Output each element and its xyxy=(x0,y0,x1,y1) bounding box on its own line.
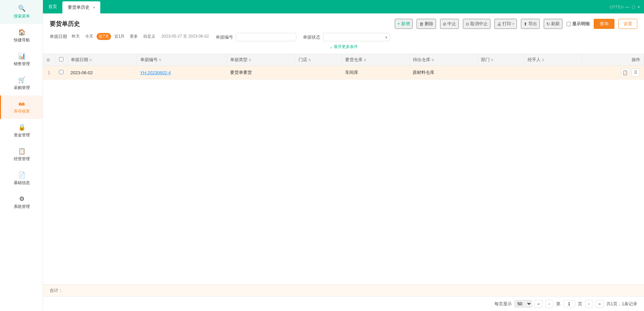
table-header-row: ⚙ 单据日期⇅ 单据编号⇅ 单据类型⇅ 门店⇅ 要货仓库⇅ 待出仓库⇅ 部门⇅ … xyxy=(43,54,644,66)
week7-btn[interactable]: 近7天 xyxy=(97,33,111,40)
th-order-type[interactable]: 单据类型⇅ xyxy=(227,54,295,66)
sidebar-item-label: 销售管理 xyxy=(14,61,30,67)
stop-icon: ⊘ xyxy=(443,21,446,27)
sidebar-item-label: 采购管理 xyxy=(14,85,30,91)
row-date: 2023-06-02 xyxy=(67,66,137,80)
page-header: 要货单历史 + 新增 🗑 删除 ⊘ 中止 ⊙ 取消中止 🖨 xyxy=(43,13,644,29)
top-bar: 首页 要货单历史 × OfTEn — □ × xyxy=(43,0,644,13)
status-select[interactable] xyxy=(323,33,390,41)
sidebar-item-finance[interactable]: 🔒 资金管理 xyxy=(0,119,43,143)
purchase-icon: 🛒 xyxy=(18,76,25,84)
th-order-no[interactable]: 单据编号⇅ xyxy=(137,54,226,66)
row-num: 1 xyxy=(43,66,55,80)
page-input[interactable] xyxy=(563,300,575,307)
yesterday-btn[interactable]: 昨天 xyxy=(70,33,82,40)
row-handler xyxy=(524,66,581,80)
sidebar-item-basic-info[interactable]: 📄 基础信息 xyxy=(0,167,43,190)
sidebar-item-system[interactable]: ⚙ 系统管理 xyxy=(0,190,43,214)
query-btn[interactable]: 查询 xyxy=(594,19,614,29)
month1-btn[interactable]: 近1月 xyxy=(112,33,127,40)
status-label: 单据状态 xyxy=(303,34,320,40)
sales-icon: 📊 xyxy=(18,52,25,60)
maximize-btn[interactable]: □ xyxy=(632,4,635,9)
sidebar-item-purchase[interactable]: 🛒 采购管理 xyxy=(0,72,43,95)
prev-page-btn[interactable]: ‹ xyxy=(545,300,553,308)
table-body: 1 2023-06-02 YH-20230602-4 要货单要货 车间库 原材料… xyxy=(43,66,644,80)
date-shortcuts: 昨天 今天 近7天 近1月 更多 自定义 xyxy=(70,33,157,40)
sidebar-item-operations[interactable]: 📋 经营管理 xyxy=(0,143,43,167)
system-icon: ⚙ xyxy=(19,195,24,203)
row-checkbox[interactable] xyxy=(59,70,63,74)
custom-btn[interactable]: 自定义 xyxy=(141,33,157,40)
per-page-select[interactable]: 50 100 xyxy=(515,300,532,308)
sidebar-item-inventory[interactable]: 🏘 库存核算 xyxy=(0,95,43,119)
row-view-btn[interactable]: 📋 xyxy=(621,69,629,77)
row-order-type: 要货单要货 xyxy=(227,66,295,80)
tab-current[interactable]: 要货单历史 × xyxy=(62,1,100,13)
sidebar-item-label: 基础信息 xyxy=(14,180,30,186)
sidebar-item-sales[interactable]: 📊 销售管理 xyxy=(0,48,43,72)
topbar-right: — □ × xyxy=(625,4,644,9)
last-page-btn[interactable]: » xyxy=(596,300,604,308)
cancel-stop-icon: ⊙ xyxy=(466,21,469,27)
th-handler[interactable]: 经手人⇅ xyxy=(524,54,581,66)
th-pending-warehouse[interactable]: 待出仓库⇅ xyxy=(409,54,478,66)
first-page-btn[interactable]: « xyxy=(535,300,543,308)
th-department[interactable]: 部门⇅ xyxy=(478,54,524,66)
refresh-icon: ↻ xyxy=(546,21,550,27)
th-settings[interactable]: ⚙ xyxy=(43,54,55,66)
minimize-btn[interactable]: — xyxy=(625,4,630,9)
row-pending-warehouse: 原材料仓库 xyxy=(409,66,478,80)
sidebar-item-search-menu[interactable]: 🔍 搜索菜单 xyxy=(0,0,43,24)
brand-label: OfTEn xyxy=(609,4,624,9)
search-menu-icon: 🔍 xyxy=(18,5,25,12)
sidebar-item-label: 经营管理 xyxy=(14,156,30,162)
display-detail-checkbox[interactable] xyxy=(567,22,571,26)
refresh-btn[interactable]: ↻ 刷新 xyxy=(544,19,562,29)
export-btn[interactable]: ⬆ 导出 xyxy=(521,19,540,29)
row-edit-btn[interactable]: ⠿ xyxy=(632,69,640,77)
th-date[interactable]: 单据日期⇅ xyxy=(67,54,137,66)
toolbar: + 新增 🗑 删除 ⊘ 中止 ⊙ 取消中止 🖨 打印 ▾ xyxy=(395,19,637,29)
display-detail-toggle[interactable]: 显示明细 xyxy=(567,21,590,27)
content: 要货单历史 + 新增 🗑 删除 ⊘ 中止 ⊙ 取消中止 🖨 xyxy=(43,13,644,311)
tab-close-btn[interactable]: × xyxy=(93,5,95,9)
expand-more-btn[interactable]: ⌄ 展开更多条件 xyxy=(50,44,637,50)
filter-bar: 单据日期 昨天 今天 近7天 近1月 更多 自定义 2023-05-27 至 2… xyxy=(43,29,644,41)
export-icon: ⬆ xyxy=(524,21,527,27)
row-department xyxy=(478,66,524,80)
settings-btn[interactable]: 设置 xyxy=(619,19,637,29)
date-range-display: 2023-05-27 至 2023-06-02 xyxy=(161,34,209,39)
order-no-label: 单据编号 xyxy=(216,34,233,40)
delete-icon: 🗑 xyxy=(419,21,424,27)
th-req-warehouse[interactable]: 要货仓库⇅ xyxy=(342,54,409,66)
delete-btn[interactable]: 🗑 删除 xyxy=(417,19,436,29)
new-btn[interactable]: + 新增 xyxy=(395,19,413,29)
tab-current-label: 要货单历史 xyxy=(68,4,90,10)
sidebar-item-label: 快捷导航 xyxy=(14,37,30,43)
sidebar-item-label: 系统管理 xyxy=(14,204,30,210)
today-btn[interactable]: 今天 xyxy=(83,33,95,40)
next-page-btn[interactable]: › xyxy=(585,300,593,308)
sidebar-item-label: 库存核算 xyxy=(14,108,30,114)
th-store[interactable]: 门店⇅ xyxy=(295,54,341,66)
tab-home[interactable]: 首页 xyxy=(43,0,62,13)
settings-col-icon[interactable]: ⚙ xyxy=(46,57,50,62)
print-icon: 🖨 xyxy=(497,21,501,27)
basic-info-icon: 📄 xyxy=(18,171,25,179)
date-filter-group: 单据日期 昨天 今天 近7天 近1月 更多 自定义 2023-05-27 至 2… xyxy=(50,33,209,40)
operations-icon: 📋 xyxy=(18,147,25,155)
order-no-input[interactable] xyxy=(236,33,296,41)
stop-btn[interactable]: ⊘ 中止 xyxy=(440,19,459,29)
table-row: 1 2023-06-02 YH-20230602-4 要货单要货 车间库 原材料… xyxy=(43,66,644,80)
print-btn[interactable]: 🖨 打印 ▾ xyxy=(494,19,517,29)
select-all-checkbox[interactable] xyxy=(59,57,63,61)
more-btn[interactable]: 更多 xyxy=(128,33,140,40)
row-checkbox-cell xyxy=(55,66,67,80)
tab-home-label: 首页 xyxy=(48,4,57,10)
row-order-no[interactable]: YH-20230602-4 xyxy=(137,66,226,80)
cancel-stop-btn[interactable]: ⊙ 取消中止 xyxy=(463,19,490,29)
sidebar-item-quick-nav[interactable]: 🏠 快捷导航 xyxy=(0,24,43,48)
per-page-label: 每页显示 xyxy=(494,301,512,307)
close-btn[interactable]: × xyxy=(637,4,640,9)
